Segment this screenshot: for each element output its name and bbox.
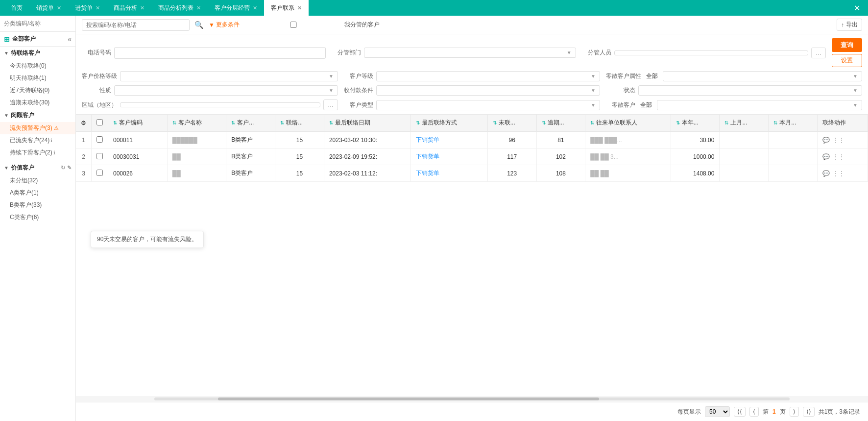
row-this-month-1: [769, 149, 818, 165]
filter-phone-input[interactable]: [114, 47, 326, 59]
search-submit-icon[interactable]: 🔍: [194, 21, 204, 29]
filter-payment: 收付款条件 ▼: [344, 85, 600, 96]
tab-customer-contact-close[interactable]: ✕: [297, 5, 302, 11]
sidebar-item-class-b[interactable]: B类客户(33): [0, 199, 75, 211]
sidebar-group-at-risk[interactable]: ▼ 闵顾客户: [0, 109, 75, 122]
row-select-0[interactable]: [96, 136, 103, 143]
filter-status-select[interactable]: ▼: [638, 85, 862, 96]
tab-sales-order[interactable]: 销货单 ✕: [29, 0, 68, 16]
search-button[interactable]: 查询: [832, 38, 862, 52]
sidebar-item-declining[interactable]: 持续下滑客户(2) ℹ: [0, 147, 75, 159]
my-customers-filter[interactable]: 我分管的客户: [244, 21, 380, 29]
row-action-chat-2[interactable]: 💬: [822, 170, 830, 177]
col-overdue[interactable]: 逾期...: [536, 115, 585, 131]
my-customers-checkbox[interactable]: [244, 22, 342, 28]
filter-zero-customer-select[interactable]: ▼: [657, 100, 862, 110]
tab-product-analysis[interactable]: 商品分析 ✕: [107, 0, 151, 16]
sidebar-item-tomorrow[interactable]: 明天待联络(1): [0, 72, 75, 84]
edit-icon[interactable]: ✎: [67, 165, 72, 171]
sidebar-item-today[interactable]: 今天待联络(0): [0, 60, 75, 72]
col-code[interactable]: 客户编码: [108, 115, 168, 131]
tab-customer-contact[interactable]: 客户联系 ✕: [264, 0, 309, 16]
row-last-contact-method-2[interactable]: 下销货单: [411, 165, 487, 182]
col-last-contact-date[interactable]: 最后联络日期: [324, 115, 410, 131]
tab-purchase-order-close[interactable]: ✕: [96, 5, 100, 11]
tab-purchase-order[interactable]: 进货单 ✕: [68, 0, 107, 16]
settings-button[interactable]: 设置: [832, 54, 862, 67]
row-action-chat-0[interactable]: 💬: [822, 137, 830, 144]
row-select-2[interactable]: [96, 170, 103, 176]
scrollbar-thumb[interactable]: [218, 397, 599, 400]
more-conditions-button[interactable]: ▼ 更多条件: [209, 21, 240, 29]
row-select-1[interactable]: [96, 153, 103, 159]
next-page-button[interactable]: ⟩: [790, 407, 799, 417]
filter-gender-label: 性质: [82, 86, 111, 95]
tab-product-analysis-list-close[interactable]: ✕: [196, 5, 201, 11]
window-close-button[interactable]: ✕: [850, 3, 864, 13]
sidebar-item-class-a[interactable]: A类客户(1): [0, 187, 75, 199]
sidebar-item-churn-warning[interactable]: 流失预警客户(3) ⚠: [0, 122, 75, 134]
tab-home[interactable]: 首页: [4, 0, 29, 16]
sidebar-item-churned[interactable]: 已流失客户(24) ℹ: [0, 134, 75, 147]
col-contact[interactable]: 联络...: [275, 115, 324, 131]
filter-region-select[interactable]: [120, 102, 320, 107]
sidebar-item-overdue[interactable]: 逾期未联络(30): [0, 97, 75, 109]
col-this-month[interactable]: 本月...: [769, 115, 818, 131]
row-checkbox-1[interactable]: [92, 149, 108, 165]
tab-sales-order-close[interactable]: ✕: [57, 5, 61, 11]
refresh-icon[interactable]: ↻: [61, 165, 65, 171]
col-last-contact-method[interactable]: 最后联络方式: [411, 115, 487, 131]
last-page-button[interactable]: ⟩⟩: [803, 407, 815, 417]
filter-dept-select[interactable]: ▼: [364, 48, 576, 58]
first-page-button[interactable]: ⟨⟨: [734, 407, 746, 417]
row-action-more-0[interactable]: ⋮⋮: [833, 137, 844, 144]
manager-dots-button[interactable]: …: [811, 48, 826, 58]
collapse-icon[interactable]: «: [68, 35, 72, 43]
row-contact-1: 15: [275, 149, 324, 165]
sidebar-group-pending[interactable]: ▼ 待联络客户: [0, 47, 75, 60]
tab-product-analysis-close[interactable]: ✕: [140, 5, 145, 11]
region-dots-button[interactable]: …: [323, 99, 338, 110]
sidebar-item-class-c[interactable]: C类客户(6): [0, 211, 75, 223]
filter-gender-select[interactable]: ▼: [114, 85, 338, 96]
row-checkbox-2[interactable]: [92, 165, 108, 182]
sidebar-search-input[interactable]: [4, 20, 76, 27]
horizontal-scrollbar[interactable]: [76, 396, 868, 402]
col-name[interactable]: 客户名称: [167, 115, 226, 131]
col-contacts-person[interactable]: 往来单位联系人: [585, 115, 671, 131]
filter-zero-purchase-select[interactable]: ▼: [663, 71, 862, 81]
col-last-month[interactable]: 上月...: [720, 115, 769, 131]
filter-payment-select[interactable]: ▼: [376, 85, 600, 96]
filter-customer-price-select[interactable]: ▼: [120, 71, 338, 81]
filter-customer-type-select[interactable]: ▼: [376, 100, 600, 110]
export-button[interactable]: ↑ 导出: [837, 19, 862, 31]
select-all-checkbox[interactable]: [96, 119, 103, 125]
sidebar-item-ungrouped[interactable]: 未分组(32): [0, 174, 75, 187]
tab-customer-segmentation-close[interactable]: ✕: [253, 5, 257, 11]
per-page-select[interactable]: 50 100 200: [705, 406, 730, 417]
sidebar-all-customers[interactable]: ⊞ 全部客户 «: [0, 32, 75, 47]
col-this-year[interactable]: 本年...: [671, 115, 720, 131]
tab-product-analysis-list[interactable]: 商品分析列表 ✕: [151, 0, 208, 16]
col-type[interactable]: 客户...: [226, 115, 275, 131]
filter-customer-price-label: 客户价格等级: [82, 72, 117, 80]
prev-page-button[interactable]: ⟨: [749, 407, 759, 417]
tab-customer-segmentation[interactable]: 客户分层经营 ✕: [208, 0, 264, 16]
table-settings-icon[interactable]: ⚙: [81, 120, 86, 126]
row-contacts-person-0: ███ ███...: [585, 131, 671, 149]
row-checkbox-0[interactable]: [92, 131, 108, 149]
search-input[interactable]: [82, 19, 190, 31]
row-action-chat-1[interactable]: 💬: [822, 153, 830, 160]
row-last-contact-method-1[interactable]: 下销货单: [411, 149, 487, 165]
col-uncontacted[interactable]: 未联...: [487, 115, 536, 131]
row-code-1: 00030031: [108, 149, 168, 165]
filter-customer-level-select[interactable]: ▼: [376, 71, 600, 81]
col-settings[interactable]: ⚙: [76, 115, 92, 131]
filter-manager-select[interactable]: [614, 50, 808, 55]
sidebar-item-7days[interactable]: 近7天待联络(0): [0, 84, 75, 97]
row-last-contact-method-0[interactable]: 下销货单: [411, 131, 487, 149]
row-action-more-2[interactable]: ⋮⋮: [833, 170, 844, 177]
row-action-more-1[interactable]: ⋮⋮: [833, 153, 844, 160]
row-code-2: 000026: [108, 165, 168, 182]
sidebar-group-value[interactable]: ▼ 价值客户 ↻ ✎: [0, 161, 75, 174]
